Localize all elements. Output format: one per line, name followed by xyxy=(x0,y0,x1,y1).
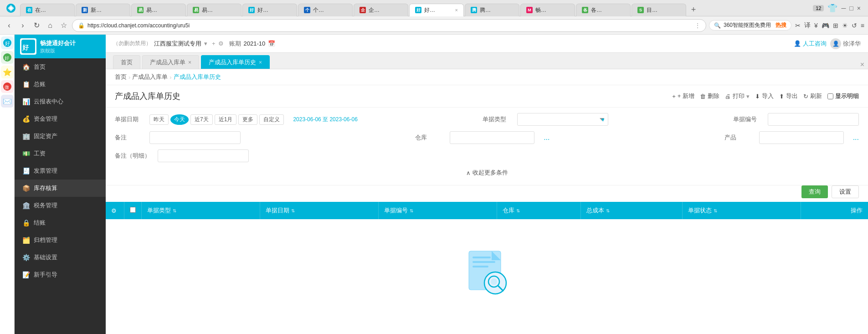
sidebar-item-archive[interactable]: 🗂️ 归档管理 xyxy=(15,231,106,249)
date-btn-more[interactable]: 更多 xyxy=(238,114,257,125)
product-input[interactable] xyxy=(759,131,844,144)
th-number[interactable]: 单据编号 ⇅ xyxy=(378,202,497,219)
print-button[interactable]: 🖨 打印 ▾ xyxy=(725,92,750,100)
display-checkbox[interactable] xyxy=(827,93,833,99)
translate-icon[interactable]: 译 xyxy=(804,21,811,30)
sidebar-item-tax[interactable]: 🏛️ 税务管理 xyxy=(15,197,106,214)
sidebar-item-invoice[interactable]: 🧾 发票管理 xyxy=(15,162,106,180)
add-company-icon[interactable]: + xyxy=(212,40,216,47)
date-btn-1month[interactable]: 近1月 xyxy=(215,114,237,125)
breadcrumb-home[interactable]: 首页 xyxy=(115,73,127,81)
browser-tab-12[interactable]: S 目… xyxy=(632,4,686,16)
sidebar-item-ledger[interactable]: 📋 总账 xyxy=(15,76,106,93)
settings-gear-icon[interactable]: ⚙ xyxy=(218,40,224,47)
game-icon[interactable]: 🎮 xyxy=(822,22,829,29)
tab-list[interactable]: 产成品入库单 × xyxy=(142,55,199,69)
settings-button[interactable]: 设置 xyxy=(832,185,859,198)
sidebar-item-newguide[interactable]: 📝 新手引导 xyxy=(15,266,106,283)
url-menu-icon[interactable]: ⋮ xyxy=(695,22,700,29)
th-gear[interactable]: ⚙ xyxy=(106,202,124,219)
browser-tab-10[interactable]: M 畅… xyxy=(520,4,575,16)
sidebar-item-report[interactable]: 📊 云报表中心 xyxy=(15,93,106,110)
tab-list-close-icon[interactable]: × xyxy=(188,59,191,66)
th-status[interactable]: 单据状态 ⇅ xyxy=(682,202,801,219)
date-btn-yesterday[interactable]: 昨天 xyxy=(149,114,169,125)
tab-close-icon[interactable]: × xyxy=(455,7,458,13)
type-select[interactable] xyxy=(517,113,608,126)
number-input[interactable] xyxy=(768,113,859,126)
titlebar-maximize-button[interactable]: □ xyxy=(849,5,853,12)
delete-button[interactable]: 🗑 删除 xyxy=(700,92,719,100)
import-button[interactable]: ⬇ 导入 xyxy=(755,92,774,100)
url-bar[interactable]: 🔒 https://cloud.chanjet.com/accounting/u… xyxy=(72,19,706,32)
date-btn-7days[interactable]: 近7天 xyxy=(190,114,213,125)
titlebar-close-button[interactable]: × xyxy=(857,5,861,12)
product-dots[interactable]: ... xyxy=(853,134,859,142)
query-button[interactable]: 查询 xyxy=(801,185,828,198)
browser-tab-6[interactable]: 个 个… xyxy=(298,4,353,16)
remark-detail-input[interactable] xyxy=(158,149,249,162)
back-button[interactable]: ‹ xyxy=(4,20,15,31)
more-icon[interactable]: ≡ xyxy=(861,22,864,29)
browser-tab-11[interactable]: 各 各… xyxy=(576,4,631,16)
breadcrumb-list[interactable]: 产成品入库单 xyxy=(132,73,168,81)
sidebar-item-close[interactable]: 🔒 结账 xyxy=(15,214,106,231)
forward-button[interactable]: › xyxy=(17,20,28,31)
app-icon-2[interactable]: 好 xyxy=(1,51,14,64)
app-icon-5[interactable]: ✉️ xyxy=(1,95,14,108)
tab-home[interactable]: 首页 xyxy=(113,55,140,69)
company-dropdown-icon[interactable]: ▾ xyxy=(204,40,207,47)
titlebar-shirt-icon[interactable]: 👕 xyxy=(827,3,837,13)
remark-input[interactable] xyxy=(149,131,241,144)
sidebar-item-fund[interactable]: 💰 资金管理 xyxy=(15,110,106,128)
select-all-checkbox[interactable] xyxy=(130,207,136,213)
undo-icon[interactable]: ↺ xyxy=(852,22,857,29)
refresh-button[interactable]: ↻ 刷新 xyxy=(803,92,822,100)
date-btn-custom[interactable]: 自定义 xyxy=(259,114,284,125)
browser-tab-5[interactable]: 好 好… xyxy=(242,4,297,16)
warehouse-input[interactable] xyxy=(450,131,534,144)
sidebar-item-basic[interactable]: ⚙️ 基础设置 xyxy=(15,249,106,266)
warehouse-dots[interactable]: ... xyxy=(544,134,550,142)
type-dropdown-icon[interactable]: ▾ xyxy=(601,116,605,123)
bookmark-button[interactable]: ☆ xyxy=(58,20,69,31)
browser-tab-1[interactable]: 在 在… xyxy=(20,4,75,16)
th-cost[interactable]: 总成本 ⇅ xyxy=(581,202,682,219)
browser-tab-4[interactable]: 易 易… xyxy=(187,4,241,16)
tab-history-close-icon[interactable]: × xyxy=(259,59,262,66)
browser-tab-2[interactable]: 新 新… xyxy=(76,4,130,16)
sidebar-item-salary[interactable]: 💵 工资 xyxy=(15,145,106,162)
service-button[interactable]: 👤 人工咨询 xyxy=(794,40,827,48)
add-button[interactable]: + + 新增 xyxy=(672,92,694,100)
app-icon-main[interactable]: 好 xyxy=(1,36,14,49)
brightness-icon[interactable]: ☀ xyxy=(842,22,848,29)
refresh-page-button[interactable]: ↻ xyxy=(31,20,42,31)
calendar-icon[interactable]: 📅 xyxy=(268,40,275,47)
sidebar-item-home[interactable]: 🏠 首页 xyxy=(15,58,106,76)
search-bar[interactable]: 🔍 360智能抠图免费用 热搜 xyxy=(709,20,791,31)
sidebar-item-fixed[interactable]: 🏢 固定资产 xyxy=(15,128,106,145)
titlebar-minimize-button[interactable]: ─ xyxy=(841,5,846,12)
th-date[interactable]: 单据日期 ⇅ xyxy=(260,202,378,219)
browser-tab-3[interactable]: 易 易… xyxy=(131,4,186,16)
collapse-button[interactable]: ∧ 收起更多条件 xyxy=(463,166,511,180)
new-tab-button[interactable]: + xyxy=(687,4,700,16)
user-avatar-area[interactable]: 👤 徐泽华 xyxy=(830,38,861,49)
th-warehouse[interactable]: 仓库 ⇅ xyxy=(497,202,581,219)
scissors-icon[interactable]: ✂ xyxy=(795,22,801,29)
browser-tab-9[interactable]: 腾 腾… xyxy=(465,4,519,16)
app-icon-3[interactable]: ⭐ xyxy=(1,66,14,78)
app-icon-4[interactable]: 微 xyxy=(1,80,14,93)
browser-tab-8[interactable]: 好 好… × xyxy=(409,4,464,16)
export-button[interactable]: ⬆ 导出 xyxy=(779,92,798,100)
tab-history[interactable]: 产成品入库单历史 × xyxy=(201,55,270,69)
grid-icon[interactable]: ⊞ xyxy=(833,22,838,29)
home-page-button[interactable]: ⌂ xyxy=(45,20,56,31)
print-dropdown-icon[interactable]: ▾ xyxy=(746,93,750,100)
th-type[interactable]: 单据类型 ⇅ xyxy=(141,202,260,219)
date-btn-today[interactable]: 今天 xyxy=(170,114,189,125)
panel-close-button[interactable]: × xyxy=(860,61,864,69)
th-checkbox[interactable] xyxy=(124,202,141,219)
browser-tab-7[interactable]: 企 企… xyxy=(354,4,408,16)
currency-icon[interactable]: ¥ xyxy=(814,22,818,29)
